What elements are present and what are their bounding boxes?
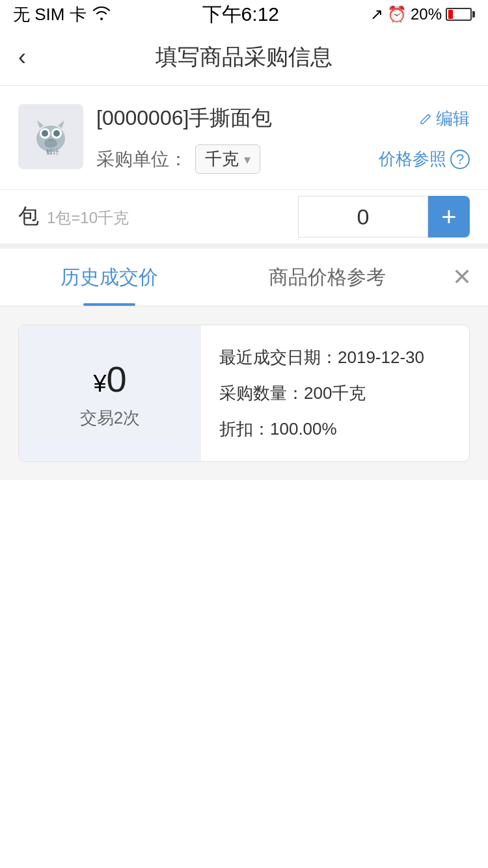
- chevron-down-icon: ▾: [244, 152, 251, 167]
- recent-date-row: 最近成交日期：2019-12-30: [219, 345, 451, 370]
- tab-history-price[interactable]: 历史成交价: [0, 249, 218, 306]
- no-sim-text: 无 SIM 卡: [13, 3, 87, 26]
- back-button[interactable]: ‹: [18, 44, 26, 71]
- discount-value: 100.00%: [270, 419, 337, 439]
- status-bar: 无 SIM 卡 下午6:12 ↗ ⏰ 20%: [0, 0, 488, 29]
- product-section: 鲸计 [0000006]手撕面包 编辑 采购单位： 千克 ▾: [0, 86, 488, 190]
- svg-point-3: [42, 130, 48, 137]
- qty-right: +: [298, 196, 470, 237]
- tab-price-reference[interactable]: 商品价格参考: [218, 249, 436, 306]
- product-header: [0000006]手撕面包 编辑: [96, 104, 470, 133]
- svg-point-4: [53, 130, 60, 137]
- tabs-header: 历史成交价 商品价格参考 ✕: [0, 249, 488, 306]
- trade-count: 交易2次: [80, 407, 140, 429]
- qty-plus-button[interactable]: +: [428, 196, 470, 237]
- unit-selector[interactable]: 千克 ▾: [195, 144, 260, 174]
- page-title: 填写商品采购信息: [156, 42, 332, 72]
- recent-date-label: 最近成交日期：: [219, 347, 338, 367]
- unit-value: 千克: [205, 148, 239, 170]
- price-amount: 0: [106, 358, 126, 400]
- nav-bar: ‹ 填写商品采购信息: [0, 29, 488, 86]
- close-icon: ✕: [452, 264, 472, 291]
- price-card: ¥ 0 交易2次 最近成交日期：2019-12-30 采购数量：200千克 折扣…: [18, 325, 470, 462]
- price-card-right: 最近成交日期：2019-12-30 采购数量：200千克 折扣：100.00%: [201, 325, 469, 461]
- question-icon: ?: [450, 150, 470, 169]
- qty-left: 包 1包=10千克: [18, 202, 129, 231]
- qty-unit: 包: [18, 202, 39, 231]
- tab-close-button[interactable]: ✕: [436, 249, 488, 306]
- status-left: 无 SIM 卡: [13, 3, 111, 26]
- product-full-name: [0000006]手撕面包: [96, 104, 272, 133]
- price-ref-button[interactable]: 价格参照 ?: [379, 148, 470, 170]
- status-right: ↗ ⏰ 20%: [370, 5, 475, 23]
- price-card-left: ¥ 0 交易2次: [19, 325, 201, 461]
- discount-row: 折扣：100.00%: [219, 416, 451, 442]
- location-icon: ↗: [370, 5, 383, 23]
- battery-icon: [446, 8, 475, 21]
- purchase-qty-value: 200千克: [304, 383, 366, 403]
- product-unit-row: 采购单位： 千克 ▾ 价格参照 ?: [96, 144, 470, 174]
- purchase-qty-row: 采购数量：200千克: [219, 381, 451, 406]
- recent-date-value: 2019-12-30: [338, 347, 424, 367]
- bottom-fill: [0, 480, 488, 868]
- alarm-icon: ⏰: [387, 5, 407, 23]
- tab-history-label: 历史成交价: [61, 264, 158, 291]
- edit-label: 编辑: [436, 107, 470, 130]
- status-time: 下午6:12: [202, 1, 279, 28]
- price-ref-label: 价格参照: [379, 148, 446, 170]
- product-info: [0000006]手撕面包 编辑 采购单位： 千克 ▾ 价格参照 ?: [96, 104, 470, 174]
- wifi-icon: [92, 5, 111, 25]
- discount-label: 折扣：: [219, 419, 270, 439]
- quantity-input[interactable]: [298, 196, 428, 237]
- purchase-qty-label: 采购数量：: [219, 383, 304, 403]
- tabs-section: 历史成交价 商品价格参考 ✕: [0, 249, 488, 306]
- edit-button[interactable]: 编辑: [419, 107, 470, 130]
- currency-symbol: ¥: [93, 370, 106, 398]
- tab-price-ref-label: 商品价格参考: [269, 264, 386, 291]
- battery-percent: 20%: [411, 5, 442, 23]
- svg-text:鲸计: 鲸计: [46, 148, 59, 156]
- qty-conversion: 1包=10千克: [47, 208, 129, 228]
- tab-active-indicator: [83, 303, 135, 306]
- product-thumbnail: 鲸计: [18, 104, 83, 169]
- unit-label: 采购单位：: [96, 147, 187, 172]
- history-content: ¥ 0 交易2次 最近成交日期：2019-12-30 采购数量：200千克 折扣…: [0, 306, 488, 480]
- quantity-section: 包 1包=10千克 +: [0, 190, 488, 249]
